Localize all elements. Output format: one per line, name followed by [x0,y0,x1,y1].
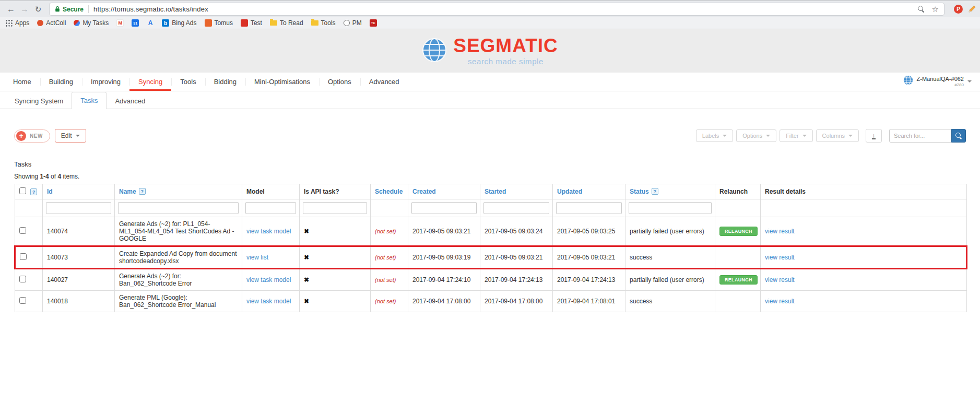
filter-dropdown[interactable]: Filter [780,129,812,142]
cell-name: Create Expanded Ad Copy from document sh… [115,246,242,269]
extension-p-icon[interactable]: P [954,5,963,14]
relaunch-button[interactable]: RELAUNCH [719,275,758,285]
name-filter-input[interactable] [118,202,239,214]
actcoll-icon [37,20,43,26]
chevron-down-icon [802,135,807,137]
view-result-link[interactable]: view result [765,276,795,283]
header-status[interactable]: Status [625,184,715,199]
view-task-model-link[interactable]: view task model [246,298,291,305]
bookmark-to-read[interactable]: To Read [270,19,303,27]
view-task-model-link[interactable]: view task model [246,228,291,235]
header-id[interactable]: Id [43,184,115,199]
bookmark-test[interactable]: Test [241,19,262,27]
nav-item-mini-optimisations[interactable]: Mini-Optimisations [245,73,319,91]
action-bar: NEW Edit Labels Options Filter Columns [14,129,966,143]
bookmark-tc[interactable]: TC [370,19,377,27]
subnav-item-syncing-system[interactable]: Syncing System [6,93,72,109]
nav-item-bidding[interactable]: Bidding [205,73,245,91]
help-icon[interactable] [30,188,37,195]
bookmark-tools[interactable]: Tools [311,19,336,27]
view-list-link[interactable]: view list [246,254,268,261]
created-filter-input[interactable] [411,202,477,214]
view-result-link[interactable]: view result [765,254,795,261]
tomus-icon [205,19,212,27]
select-all-checkbox[interactable] [19,187,26,194]
api-filter-input[interactable] [303,202,367,214]
nav-item-tools[interactable]: Tools [171,73,205,91]
started-filter-input[interactable] [483,202,549,214]
bookmark-calendar[interactable]: 31 [132,19,139,27]
new-button[interactable]: NEW [14,129,50,143]
nav-item-syncing[interactable]: Syncing [129,73,171,91]
relaunch-button[interactable]: RELAUNCH [719,227,758,236]
nav-item-improving[interactable]: Improving [82,73,129,91]
bookmark-tomus[interactable]: Tomus [205,19,233,27]
not-set-label: (not set) [375,228,396,234]
cell-model: view task model [242,291,300,312]
row-checkbox[interactable] [19,227,26,234]
row-select-cell [15,217,43,246]
cell-result: view result [761,246,967,269]
header-name[interactable]: Name [115,184,242,199]
bookmark-apps[interactable]: Apps [5,19,29,27]
nav-item-home[interactable]: Home [4,73,40,91]
search-button[interactable] [951,129,966,143]
filter-updated-cell [553,199,625,217]
subnav-item-advanced[interactable]: Advanced [107,93,154,109]
row-checkbox[interactable] [19,297,26,304]
bookmark-gmail[interactable]: M [116,19,124,27]
not-set-label: (not set) [375,298,396,304]
nav-item-options[interactable]: Options [319,73,360,91]
model-filter-input[interactable] [245,202,296,214]
cell-is-api-task: ✖ [300,246,371,269]
header-schedule[interactable]: Schedule [371,184,408,199]
header-started[interactable]: Started [480,184,553,199]
status-filter-input[interactable] [629,202,712,214]
bookmark-my-tasks[interactable]: My Tasks [74,19,109,27]
bookmark-pm[interactable]: PM [344,19,362,27]
address-bar[interactable]: Secure https://tomus.segmatic.io/tasks/i… [49,3,944,16]
back-icon[interactable] [4,3,18,16]
help-icon[interactable] [139,188,146,195]
edit-button[interactable]: Edit [55,129,86,143]
view-task-model-link[interactable]: view task model [246,276,291,283]
row-select-cell [15,246,43,269]
bookmark-star-icon[interactable] [932,5,939,14]
updated-filter-input[interactable] [556,202,622,214]
cell-schedule: (not set) [371,246,408,269]
subnav-item-tasks[interactable]: Tasks [72,92,107,109]
download-button[interactable] [866,129,882,143]
bookmark-a[interactable]: A [147,19,154,27]
refresh-icon[interactable] [31,3,45,16]
labels-dropdown[interactable]: Labels [696,129,733,142]
test-icon [241,19,248,27]
bookmark-actcoll[interactable]: ActColl [37,19,66,27]
cell-name: Generate PML (Google): Ban_062_Shortcode… [115,291,242,312]
nav-item-advanced[interactable]: Advanced [360,73,408,91]
header-is-api-task: Is API task? [300,184,371,199]
cell-schedule: (not set) [371,217,408,246]
cell-id: 140074 [43,217,115,246]
nav-item-building[interactable]: Building [40,73,82,91]
logo-band: SEGMATIC search made simple [0,29,980,73]
zoom-icon[interactable] [918,6,925,13]
tc-icon: TC [370,19,377,27]
forward-icon[interactable] [18,3,31,16]
options-dropdown[interactable]: Options [736,129,776,142]
view-result-link[interactable]: view result [765,228,795,235]
extension-pencil-icon[interactable] [968,5,976,13]
help-icon[interactable] [652,188,658,195]
header-relaunch: Relaunch [715,184,761,199]
header-created[interactable]: Created [408,184,480,199]
view-result-link[interactable]: view result [765,298,795,305]
header-updated[interactable]: Updated [553,184,625,199]
filter-relaunch-cell [715,199,761,217]
columns-dropdown[interactable]: Columns [816,129,859,142]
user-menu[interactable]: Z-ManualQA-#062 #280 [903,75,972,87]
row-checkbox[interactable] [20,253,27,260]
row-checkbox[interactable] [19,276,26,282]
search-input[interactable] [889,129,952,143]
bookmark-bing-ads[interactable]: b Bing Ads [162,19,196,27]
url-text: https://tomus.segmatic.io/tasks/index [93,5,208,13]
id-filter-input[interactable] [46,202,111,214]
